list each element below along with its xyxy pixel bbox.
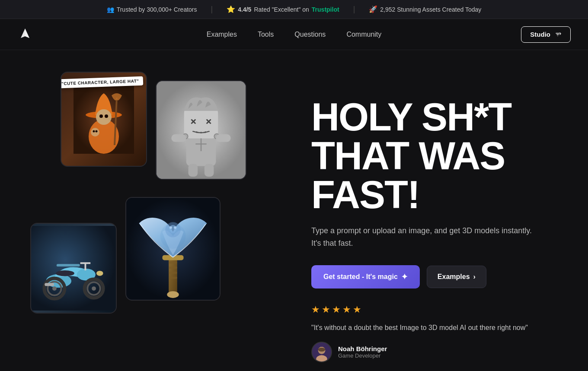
svg-rect-22 bbox=[171, 134, 186, 142]
banner-creators: 👥 Trusted by 300,000+ Creators bbox=[107, 6, 197, 13]
assets-text: 2,952 Stunning Assets Created Today bbox=[380, 6, 481, 13]
svg-point-4 bbox=[99, 114, 103, 118]
svg-rect-47 bbox=[169, 272, 177, 274]
rocket-icon: 🚀 bbox=[369, 5, 377, 13]
svg-point-3 bbox=[96, 109, 112, 125]
svg-point-54 bbox=[160, 223, 186, 249]
svg-rect-46 bbox=[169, 266, 177, 269]
star-icon: ⭐ bbox=[227, 5, 235, 13]
nav-questions[interactable]: Questions bbox=[294, 31, 326, 38]
svg-point-8 bbox=[93, 130, 95, 133]
separator-2: | bbox=[353, 5, 355, 14]
svg-rect-42 bbox=[57, 264, 80, 266]
svg-point-41 bbox=[96, 271, 103, 276]
chevron-right-icon: › bbox=[473, 273, 476, 281]
sparkle-icon: ✦ bbox=[401, 272, 408, 282]
svg-rect-12 bbox=[184, 107, 218, 139]
studio-button[interactable]: Studio bbox=[521, 26, 571, 43]
nav-community[interactable]: Community bbox=[346, 31, 381, 38]
svg-rect-25 bbox=[205, 164, 214, 176]
examples-button[interactable]: Examples › bbox=[427, 266, 486, 288]
image-card-frankenstein bbox=[156, 80, 246, 180]
hero-content: HOLY SH*T THAT WAS FAST! Type a prompt o… bbox=[311, 72, 571, 362]
examples-label: Examples bbox=[438, 273, 470, 281]
avatar bbox=[311, 342, 332, 362]
svg-point-31 bbox=[56, 270, 74, 276]
svg-rect-23 bbox=[216, 134, 230, 142]
navbar: Examples Tools Questions Community Studi… bbox=[0, 19, 588, 50]
svg-rect-40 bbox=[45, 283, 54, 286]
svg-rect-24 bbox=[189, 164, 198, 176]
trustpilot-text: Trustpilot bbox=[312, 6, 339, 13]
star-5: ★ bbox=[353, 304, 361, 315]
svg-point-7 bbox=[91, 128, 99, 136]
rated-text: Rated "Excellent" on bbox=[254, 6, 309, 13]
reviewer-info: Noah Böhringer Game Developer bbox=[338, 345, 387, 359]
svg-rect-48 bbox=[169, 277, 177, 279]
top-banner: 👥 Trusted by 300,000+ Creators | ⭐ 4.4/5… bbox=[0, 0, 588, 19]
star-4: ★ bbox=[342, 304, 351, 315]
image-card-character: "CUTE CHARACTER, LARGE HAT" bbox=[61, 72, 147, 167]
image-card-weapon bbox=[125, 197, 220, 301]
character-svg bbox=[74, 85, 134, 154]
sort-icon bbox=[554, 31, 562, 38]
hero-section: "CUTE CHARACTER, LARGE HAT" bbox=[0, 50, 588, 371]
star-3: ★ bbox=[332, 304, 341, 315]
image-grid: "CUTE CHARACTER, LARGE HAT" bbox=[26, 72, 294, 339]
studio-label: Studio bbox=[530, 31, 550, 38]
svg-point-59 bbox=[318, 348, 326, 352]
get-started-label: Get started - It's magic bbox=[323, 273, 398, 281]
svg-point-9 bbox=[96, 130, 98, 133]
creators-icon: 👥 bbox=[107, 6, 114, 13]
reviewer-role: Game Developer bbox=[338, 352, 387, 359]
rating-value: 4.4/5 bbox=[238, 6, 251, 13]
weapon-svg bbox=[126, 197, 220, 301]
svg-point-5 bbox=[105, 114, 108, 118]
svg-rect-45 bbox=[169, 261, 177, 263]
hero-title: HOLY SH*T THAT WAS FAST! bbox=[311, 98, 571, 214]
banner-rating: ⭐ 4.4/5 Rated "Excellent" on Trustpilot bbox=[227, 5, 339, 13]
creators-text: Trusted by 300,000+ Creators bbox=[117, 6, 197, 13]
cta-row: Get started - It's magic ✦ Examples › bbox=[311, 265, 571, 289]
separator-1: | bbox=[211, 5, 213, 14]
nav-examples[interactable]: Examples bbox=[207, 31, 237, 38]
get-started-button[interactable]: Get started - It's magic ✦ bbox=[311, 265, 420, 289]
svg-point-36 bbox=[52, 286, 57, 291]
scooter-svg bbox=[31, 225, 116, 311]
logo-icon bbox=[17, 27, 33, 42]
star-2: ★ bbox=[322, 304, 330, 315]
reviewer-name: Noah Böhringer bbox=[338, 345, 387, 352]
stars-row: ★ ★ ★ ★ ★ bbox=[311, 304, 571, 315]
frankenstein-svg bbox=[157, 80, 246, 180]
image-card-scooter bbox=[30, 223, 117, 314]
nav-links: Examples Tools Questions Community bbox=[207, 31, 382, 38]
svg-point-49 bbox=[167, 291, 179, 298]
logo[interactable] bbox=[17, 27, 33, 42]
review-text: "It's without a doubt the best Image to … bbox=[311, 322, 553, 333]
svg-point-39 bbox=[92, 286, 96, 291]
nav-tools[interactable]: Tools bbox=[258, 31, 274, 38]
avatar-image bbox=[312, 342, 331, 362]
reviewer: Noah Böhringer Game Developer bbox=[311, 342, 571, 362]
star-1: ★ bbox=[311, 304, 320, 315]
banner-assets: 🚀 2,952 Stunning Assets Created Today bbox=[369, 5, 481, 13]
hero-subtitle: Type a prompt or upload an image, and ge… bbox=[311, 225, 536, 250]
